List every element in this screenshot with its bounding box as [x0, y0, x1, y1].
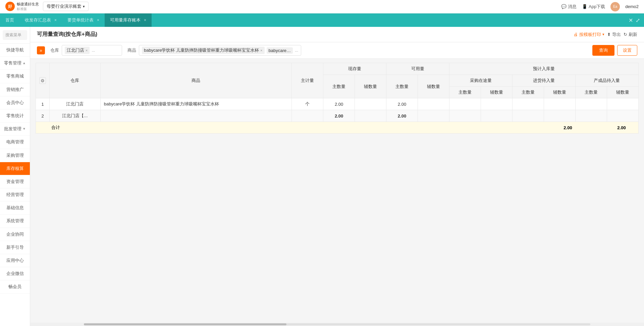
- sidebar-item-wholesale[interactable]: 批发管理 ▼: [0, 123, 30, 136]
- ecommerce-label: 电商管理: [6, 139, 24, 144]
- sidebar-item-ecommerce[interactable]: 电商管理: [0, 136, 30, 149]
- phone-icon: 📱: [582, 4, 587, 9]
- inventory-table: ⚙ 仓库 商品 主计量 现存量 可用量 预计入库量 主数量 辅数量 主数量 辅数…: [36, 63, 639, 122]
- sidebar-item-retail-mall[interactable]: 零售商城: [0, 70, 30, 83]
- content-area: 可用量查询(按仓库+商品) 🖨 按模板打印 ▾ ⬆ 导出 ↻ 刷新 »: [30, 27, 644, 326]
- inventory-tab-close[interactable]: ×: [144, 18, 146, 22]
- filter-expand-button[interactable]: »: [37, 46, 45, 54]
- industry-selector[interactable]: 母婴行业演示账套 ▾: [43, 2, 89, 11]
- vip-label: 畅会员: [8, 284, 21, 289]
- sidebar-item-enterprise[interactable]: 企业协同: [0, 228, 30, 241]
- row1-stock-aux: [355, 98, 386, 110]
- product-tag-2: babycare…: [267, 47, 293, 54]
- query-button[interactable]: 查询: [592, 45, 614, 56]
- page-header: 可用量查询(按仓库+商品) 🖨 按模板打印 ▾ ⬆ 导出 ↻ 刷新: [30, 27, 644, 42]
- row1-inc-main: [512, 98, 544, 110]
- page-header-actions: 🖨 按模板打印 ▾ ⬆ 导出 ↻ 刷新: [574, 32, 637, 38]
- warehouse-more[interactable]: ...: [92, 48, 95, 53]
- sidebar-item-member[interactable]: 会员中心: [0, 96, 30, 109]
- sidebar-item-system[interactable]: 系统管理: [0, 215, 30, 228]
- horizontal-scrollbar[interactable]: [30, 323, 644, 326]
- chevron-down-icon-template: ▾: [602, 32, 604, 37]
- column-settings-icon[interactable]: ⚙: [39, 77, 46, 84]
- avatar[interactable]: Ea: [610, 2, 620, 11]
- product-tag-1-close[interactable]: ×: [260, 48, 262, 52]
- main-layout: 搜索菜单 快捷导航 零售管理 ▲ 零售商城 营销推广 会员中心 零售统计 批发管…: [0, 27, 644, 326]
- scrollbar-thumb[interactable]: [84, 323, 286, 325]
- scrollbar-track: [84, 323, 590, 325]
- cashflow-tab-close[interactable]: ×: [54, 18, 57, 22]
- warehouse-tag-close[interactable]: ×: [86, 48, 88, 52]
- sidebar-item-operations[interactable]: 经营管理: [0, 188, 30, 201]
- th-avail-main: 主数量: [386, 75, 418, 98]
- logo-area: 好 畅捷通好生意 标准版: [5, 2, 39, 11]
- filter-actions: 查询 设置: [592, 45, 637, 56]
- warehouse-input[interactable]: 江北门店 × ...: [62, 45, 122, 56]
- product-tag-2-text: babycare…: [269, 48, 291, 53]
- sidebar-item-retail-stats[interactable]: 零售统计: [0, 109, 30, 123]
- filter-bar: » 仓库 江北门店 × ... 商品 babycare学饮杯 儿童防摔防撞吸管杯…: [30, 42, 644, 59]
- tab-home[interactable]: 首页: [0, 13, 19, 27]
- order-stats-tab-label: 要货单统计表: [67, 17, 94, 23]
- printer-icon: 🖨: [574, 32, 578, 37]
- footer-stock-main: 2.00: [554, 125, 581, 130]
- product-input[interactable]: babycare学饮杯 儿童防摔防撞吸管杯重力球吸嘴杯宝宝水杯 × babyca…: [139, 45, 301, 56]
- app-download-button[interactable]: 📱 App下载: [582, 4, 605, 10]
- sidebar-item-retail-mgmt[interactable]: 零售管理 ▲: [0, 57, 30, 70]
- logo-title: 畅捷通好生意: [17, 2, 39, 6]
- product-more[interactable]: ...: [295, 48, 298, 53]
- tab-inventory[interactable]: 可用量库存账本 ×: [105, 13, 152, 27]
- warehouse-tag: 江北门店 ×: [65, 47, 90, 54]
- sidebar-item-basics[interactable]: 基础信息: [0, 201, 30, 215]
- th-stock-group: 现存量: [323, 63, 386, 75]
- sidebar-item-finance[interactable]: 资金管理: [0, 175, 30, 188]
- logo-subtitle: 标准版: [17, 7, 39, 11]
- th-stock-aux: 辅数量: [355, 75, 386, 98]
- product-tag-1-text: babycare学饮杯 儿童防摔防撞吸管杯重力球吸嘴杯宝宝水杯: [144, 47, 259, 53]
- row2-product: [100, 110, 291, 122]
- top-bar-left: 好 畅捷通好生意 标准版 母婴行业演示账套 ▾: [5, 2, 89, 11]
- template-print-button[interactable]: 🖨 按模板打印 ▾: [574, 32, 604, 38]
- sidebar-item-inventory-mgmt[interactable]: 库存核算: [0, 162, 30, 175]
- export-button[interactable]: ⬆ 导出: [607, 32, 621, 38]
- quick-nav-label: 快捷导航: [6, 47, 24, 52]
- search-menu-button[interactable]: 搜索菜单: [3, 30, 27, 40]
- footer-avail-main: 2.00: [608, 125, 635, 130]
- row1-pur-aux: [481, 98, 512, 110]
- enterprise-label: 企业协同: [6, 232, 24, 237]
- sidebar-item-wechat[interactable]: 企业微信: [0, 267, 30, 280]
- th-avail-aux: 辅数量: [418, 75, 449, 98]
- row2-prod-aux: [607, 110, 638, 122]
- tab-cashflow[interactable]: 收发存汇总表 ×: [19, 13, 62, 27]
- message-icon: 💬: [561, 4, 567, 9]
- sidebar-item-purchase[interactable]: 采购管理: [0, 149, 30, 162]
- sidebar-item-newbie[interactable]: 新手引导: [0, 241, 30, 254]
- member-label: 会员中心: [6, 100, 24, 105]
- row1-warehouse: 江北门店: [50, 98, 101, 110]
- th-incoming-sub: 进货待入量: [512, 75, 575, 87]
- th-inc-main: 主数量: [512, 87, 544, 98]
- row2-stock-main: 2.00: [323, 110, 355, 122]
- close-window-icon[interactable]: ✕: [629, 17, 633, 24]
- warehouse-filter-group: 仓库 江北门店 × ...: [50, 45, 122, 56]
- sidebar-item-vip[interactable]: 畅会员: [0, 280, 30, 293]
- th-pur-aux: 辅数量: [481, 87, 512, 98]
- marketing-label: 营销推广: [6, 87, 24, 92]
- message-button[interactable]: 💬 消息: [561, 4, 577, 10]
- expand-icon[interactable]: ⤢: [636, 17, 640, 24]
- product-filter-group: 商品 babycare学饮杯 儿童防摔防撞吸管杯重力球吸嘴杯宝宝水杯 × bab…: [127, 45, 301, 56]
- sidebar-item-app-center[interactable]: 应用中心: [0, 254, 30, 267]
- refresh-button[interactable]: ↻ 刷新: [624, 32, 637, 38]
- sidebar-item-marketing[interactable]: 营销推广: [0, 83, 30, 96]
- tab-order-stats[interactable]: 要货单统计表 ×: [62, 13, 105, 27]
- app-label: App下载: [589, 4, 605, 10]
- top-bar-right: 💬 消息 📱 App下载 Ea demo2: [561, 2, 639, 11]
- row1-unit: 个: [292, 98, 323, 110]
- th-warehouse: 仓库: [50, 63, 101, 98]
- inventory-tab-label: 可用量库存账本: [110, 17, 141, 23]
- settings-button[interactable]: 设置: [617, 45, 637, 56]
- th-product-sub: 产成品待入量: [575, 75, 638, 87]
- chevron-icon: ▲: [22, 61, 26, 65]
- order-stats-tab-close[interactable]: ×: [97, 18, 99, 22]
- sidebar-item-quick-nav[interactable]: 快捷导航: [0, 44, 30, 57]
